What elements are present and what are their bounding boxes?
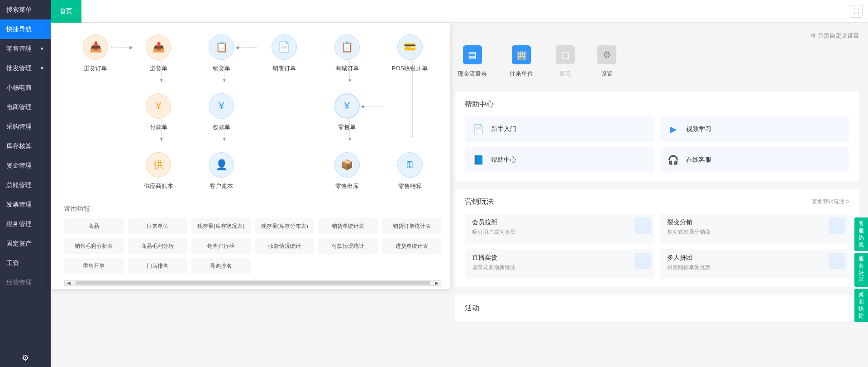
sidebar-item-wholesale[interactable]: 批发管理▼ — [0, 58, 51, 78]
flow-node-retail-out[interactable]: 📦 零售出库 — [315, 152, 378, 202]
sidebar-item-ledger[interactable]: 总账管理 — [0, 175, 51, 195]
common-title: 常用功能 — [64, 205, 441, 213]
main-right-column: ⚙首页自定义设置 ▤ 现金流量表 🏢 往来单位 ▢ 暂无 ⚙ 设置 帮助中心 📄… — [450, 23, 868, 367]
marketing-more-link[interactable]: 更多营销玩法 > — [812, 198, 849, 206]
flow-node-receipt[interactable]: ¥ 收款单 ▼ — [190, 93, 253, 152]
sidebar-settings[interactable]: ⚙ — [0, 349, 51, 367]
shortcut-settings[interactable]: ⚙ 设置 — [597, 45, 616, 78]
activity-card: 活动 — [455, 295, 859, 321]
flow-node-payment[interactable]: ¥ 付款单 ▼ — [127, 93, 190, 152]
list-icon: 📋 — [334, 34, 360, 60]
common-btn[interactable]: 导购排名 — [191, 258, 251, 274]
common-btn[interactable]: 往来单位 — [128, 218, 187, 234]
flow-node-purchase[interactable]: 📤 进货单 ▼ — [127, 34, 190, 93]
building-icon: 🏢 — [512, 45, 531, 64]
decor-icon — [634, 217, 651, 234]
flow-node-retail[interactable]: ¥ 零售单 ◀ ▼ — [315, 93, 378, 152]
sidebar-item-tax[interactable]: 税务管理 — [0, 214, 51, 234]
gear-icon: ⚙ — [811, 32, 816, 39]
sidebar-item-quicknav[interactable]: 快捷导航 — [0, 19, 51, 39]
fullscreen-button[interactable]: ⛶ — [850, 5, 863, 18]
help-item-center[interactable]: 📘帮助中心 — [465, 147, 654, 173]
common-btn[interactable]: 销售毛利分析表 — [64, 238, 124, 254]
sidebar-item-xc-ecom[interactable]: 小畅电商 — [0, 78, 51, 97]
shortcut-cashflow[interactable]: ▤ 现金流量表 — [458, 45, 487, 78]
sidebar-item-assets[interactable]: 固定资产 — [0, 234, 51, 253]
doc-out-icon: 📤 — [146, 34, 171, 60]
marketing-card: 营销玩法 更多营销玩法 > 会员拉新吸引用户成为会员 裂变分销裂变式发展分销商 … — [455, 189, 859, 287]
flow-node-supplier-ledger[interactable]: 供 供应商账本 — [127, 152, 190, 202]
scroll-left-button[interactable]: ◀ — [65, 280, 73, 285]
common-btn[interactable]: 商品毛利分析 — [128, 238, 187, 254]
doc-icon: 📄 — [472, 123, 485, 135]
float-hotline[interactable]: 客服热线 — [854, 217, 868, 251]
help-item-video[interactable]: ▶视频学习 — [660, 116, 849, 142]
common-btn[interactable]: 现存量(库存状况表) — [191, 218, 251, 234]
sidebar-item-ecom[interactable]: 电商管理 — [0, 97, 51, 117]
flow-node-customer-ledger[interactable]: 👤 客户账本 — [190, 152, 253, 202]
flow-node-sales-order[interactable]: 📄 销售订单 — [253, 34, 315, 93]
float-buttons: 客服热线 服务社区 桌面快捷 — [854, 217, 868, 322]
common-btn[interactable]: 进货单统计表 — [382, 238, 442, 254]
tabs-bar: 首页 ⛶ — [51, 0, 868, 23]
money-icon: ¥ — [146, 93, 171, 119]
marketing-item-fission[interactable]: 裂变分销裂变式发展分销商 — [660, 214, 849, 244]
marketing-item-live[interactable]: 直播卖货场景式购物新玩法 — [465, 249, 654, 279]
flow-node-retail-settle[interactable]: 🗓 零售结算 — [378, 152, 441, 202]
scroll-thumb[interactable] — [76, 281, 430, 285]
money-icon: ¥ — [334, 93, 360, 119]
flow-node-pos[interactable]: 💳 POS收银开单 — [378, 34, 441, 93]
common-btn[interactable]: 销货单统计表 — [319, 218, 378, 234]
help-card: 帮助中心 📄新手入门 ▶视频学习 📘帮助中心 🎧在线客服 — [455, 92, 859, 181]
home-custom-settings-link[interactable]: ⚙首页自定义设置 — [455, 32, 859, 40]
horizontal-scrollbar[interactable]: ◀ ▶ — [64, 280, 441, 286]
common-btn[interactable]: 零售开单 — [64, 258, 124, 274]
card-title: 营销玩法 — [465, 197, 494, 207]
marketing-item-group[interactable]: 多人拼团拼团购物享受优惠 — [660, 249, 849, 279]
marketing-item-member[interactable]: 会员拉新吸引用户成为会员 — [465, 214, 654, 244]
card-title: 活动 — [465, 304, 849, 313]
empty-icon: ▢ — [556, 45, 575, 64]
supplier-icon: 供 — [146, 152, 171, 178]
sidebar-item-operation[interactable]: 经营管理 — [0, 273, 51, 292]
card-title: 帮助中心 — [465, 100, 494, 109]
float-community[interactable]: 服务社区 — [854, 253, 868, 286]
flow-node-sales[interactable]: 📋 销货单 ◀ ▼ — [190, 34, 253, 93]
sidebar-item-retail[interactable]: 零售管理▼ — [0, 39, 51, 58]
doc-icon: 📄 — [272, 34, 297, 60]
sidebar-item-procure[interactable]: 采购管理 — [0, 117, 51, 136]
common-btn[interactable]: 门店排名 — [128, 258, 187, 274]
calendar-icon: 🗓 — [397, 152, 423, 178]
common-btn[interactable]: 销售排行榜 — [191, 238, 251, 254]
sidebar-item-invoice[interactable]: 发票管理 — [0, 195, 51, 214]
common-functions: 常用功能 商品 往来单位 现存量(库存状况表) 现存量(库存分布表) 销货单统计… — [64, 205, 441, 274]
float-desktop[interactable]: 桌面快捷 — [854, 289, 868, 322]
help-item-support[interactable]: 🎧在线客服 — [660, 147, 849, 173]
shortcut-partners[interactable]: 🏢 往来单位 — [510, 45, 533, 78]
gear-icon: ⚙ — [22, 353, 29, 363]
tab-home[interactable]: 首页 — [51, 0, 81, 23]
decor-icon — [829, 253, 845, 269]
common-btn[interactable]: 商品 — [64, 218, 124, 234]
money-icon: ¥ — [209, 93, 234, 119]
common-btn[interactable]: 销货订单统计表 — [382, 218, 442, 234]
caret-down-icon: ▼ — [40, 46, 44, 51]
common-btn[interactable]: 付款情况统计 — [319, 238, 378, 254]
gear-icon: ⚙ — [597, 45, 616, 64]
list-icon: 📋 — [209, 34, 234, 60]
sidebar-item-salary[interactable]: 工资 — [0, 253, 51, 273]
book-icon: 📘 — [472, 154, 485, 166]
scroll-right-button[interactable]: ▶ — [433, 280, 441, 285]
sidebar-item-search[interactable]: 搜索菜单 — [0, 0, 51, 19]
flow-node-purchase-order[interactable]: 📥 进货订单 ▶ — [64, 34, 127, 93]
decor-icon — [829, 217, 845, 234]
caret-down-icon: ▼ — [40, 66, 44, 71]
common-btn[interactable]: 收款情况统计 — [255, 238, 315, 254]
common-btn[interactable]: 现存量(库存分布表) — [255, 218, 315, 234]
help-item-beginner[interactable]: 📄新手入门 — [465, 116, 654, 142]
cashflow-icon: ▤ — [463, 45, 482, 64]
sidebar-item-funds[interactable]: 资金管理 — [0, 156, 51, 175]
fullscreen-icon: ⛶ — [854, 8, 859, 14]
sidebar-item-inventory[interactable]: 库存核算 — [0, 136, 51, 156]
flow-node-mall-order[interactable]: 📋 商城订单 ▼ — [315, 34, 378, 93]
